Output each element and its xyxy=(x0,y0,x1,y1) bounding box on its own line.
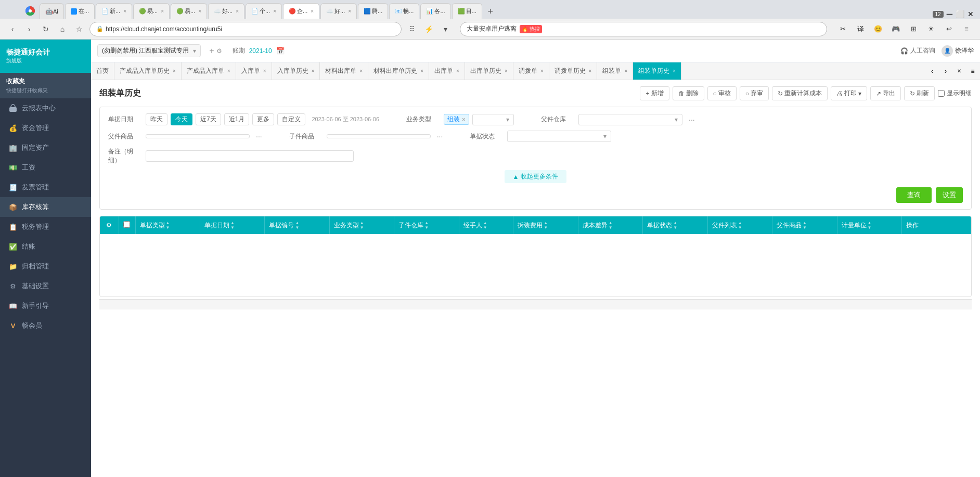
tab-nav-left-arrow[interactable]: ‹ xyxy=(926,65,938,78)
add-button[interactable]: + 新增 xyxy=(640,86,669,100)
show-detail-checkbox[interactable]: 显示明细 xyxy=(938,89,972,98)
maximize-icon[interactable]: ⬜ xyxy=(956,10,964,18)
tab-close-7[interactable]: × xyxy=(311,8,314,14)
nav-tab-production-in-history[interactable]: 产成品入库单历史 × xyxy=(114,62,182,80)
settings-query-button[interactable]: 设置 xyxy=(936,187,963,203)
date-btn-7days[interactable]: 近7天 xyxy=(196,113,221,125)
recalculate-button[interactable]: ↻ 重新计算成本 xyxy=(772,86,828,100)
nav-tab-production-in-close[interactable]: × xyxy=(227,68,230,74)
export-button[interactable]: ↗ 导出 xyxy=(870,86,901,100)
parent-product-more-icon[interactable]: ··· xyxy=(256,132,262,140)
company-select[interactable]: (勿删勿禁用) 江西服宝测试专用 ▾ xyxy=(97,44,201,57)
tab-close-6[interactable]: × xyxy=(273,8,276,14)
tab-close-8[interactable]: × xyxy=(348,8,351,14)
qr-icon[interactable]: ⠿ xyxy=(406,23,418,35)
add-button-header[interactable]: + xyxy=(209,46,214,56)
nav-tab-inbound-history-close[interactable]: × xyxy=(312,68,315,74)
tag-remove-icon[interactable]: × xyxy=(462,116,466,123)
translate-icon[interactable]: 译 xyxy=(853,22,868,36)
parent-warehouse-select[interactable]: ▾ xyxy=(578,114,682,125)
sidebar-item-capital[interactable]: 💰 资金管理 xyxy=(0,118,91,138)
th-child-warehouse[interactable]: 子件仓库 ▲▼ xyxy=(394,216,459,234)
close-window-icon[interactable]: ✕ xyxy=(968,10,974,18)
new-tab-button[interactable]: + xyxy=(483,4,498,19)
th-bill-status[interactable]: 单据状态 ▲▼ xyxy=(643,216,707,234)
browser-tab-8[interactable]: ☁️ 好... × xyxy=(320,3,357,19)
browser-tab-5[interactable]: ☁️ 好... × xyxy=(208,3,244,19)
query-button[interactable]: 查询 xyxy=(896,187,932,203)
browser-tab-9[interactable]: 🟦 腾... xyxy=(358,3,388,19)
tab-close-5[interactable]: × xyxy=(236,8,239,14)
collapse-button[interactable]: ▲ 收起更多条件 xyxy=(505,170,567,183)
nav-tab-outbound-history-close[interactable]: × xyxy=(505,68,508,74)
sidebar-item-member[interactable]: V 畅会员 xyxy=(0,316,91,336)
sidebar-item-archive[interactable]: 📁 归档管理 xyxy=(0,256,91,276)
back-button[interactable]: ‹ xyxy=(6,23,19,35)
browser-tab-ai[interactable]: 🤖 Ai xyxy=(40,3,64,19)
bookmark-button[interactable]: ☆ xyxy=(73,23,85,35)
th-checkbox[interactable] xyxy=(119,216,135,234)
sidebar-item-invoice[interactable]: 🧾 发票管理 xyxy=(0,177,91,197)
tab-close-4[interactable]: × xyxy=(198,8,201,14)
nav-tab-assembly-history[interactable]: 组装单历史 × xyxy=(633,62,681,80)
tab-nav-close-current[interactable]: ✕ xyxy=(953,65,965,78)
business-type-select[interactable]: ▾ xyxy=(472,114,514,125)
nav-tab-transfer-history[interactable]: 调拨单历史 × xyxy=(549,62,598,80)
service-button[interactable]: 🎧 人工咨询 xyxy=(900,46,935,55)
th-disassembly-fee[interactable]: 拆装费用 ▲▼ xyxy=(513,216,578,234)
sidebar-item-settlement[interactable]: ✅ 结账 xyxy=(0,237,91,256)
sidebar-item-inventory[interactable]: 📦 库存核算 xyxy=(0,197,91,217)
th-business-type[interactable]: 业务类型 ▲▼ xyxy=(329,216,394,234)
th-handler[interactable]: 经手人 ▲▼ xyxy=(459,216,513,234)
tab-close-3[interactable]: × xyxy=(161,8,164,14)
browser-tab-2[interactable]: 📄 新... × xyxy=(96,3,132,19)
calendar-icon[interactable]: 📅 xyxy=(276,47,285,55)
date-btn-today[interactable]: 今天 xyxy=(171,113,192,125)
tab-nav-right-arrow[interactable]: › xyxy=(939,65,952,78)
search-box[interactable]: 大量安卓用户逃离 🔥 热搜 xyxy=(460,22,827,36)
date-btn-yesterday[interactable]: 昨天 xyxy=(146,113,167,125)
dropdown-icon[interactable]: ▾ xyxy=(439,23,452,35)
nav-tab-material-out[interactable]: 材料出库单 × xyxy=(320,62,368,80)
th-settings[interactable]: ⚙ xyxy=(100,216,119,234)
sidebar-item-guide[interactable]: 📖 新手引导 xyxy=(0,296,91,316)
browser-tab-1[interactable]: 在... xyxy=(65,3,95,19)
date-btn-more[interactable]: 更多 xyxy=(252,113,274,125)
nav-tab-transfer[interactable]: 调拨单 × xyxy=(513,62,549,80)
select-all-checkbox[interactable] xyxy=(123,221,130,228)
date-btn-custom[interactable]: 自定义 xyxy=(277,113,305,125)
sun-icon[interactable]: ☀ xyxy=(924,22,938,36)
th-bill-type[interactable]: 单据类型 ▲▼ xyxy=(135,216,200,234)
bill-status-select[interactable]: ▾ xyxy=(507,131,611,142)
browser-tab-11[interactable]: 📊 各... xyxy=(420,3,450,19)
period-value[interactable]: 2021-10 xyxy=(249,47,272,55)
tab-nav-more[interactable]: ≡ xyxy=(966,65,979,78)
parent-product-input[interactable] xyxy=(146,134,250,138)
print-button[interactable]: 🖨 打印 ▾ xyxy=(831,86,867,100)
nav-tab-assembly[interactable]: 组装单 × xyxy=(597,62,633,80)
minimize-icon[interactable]: ─ xyxy=(947,9,952,19)
scroll-bar-area[interactable] xyxy=(99,299,972,310)
th-unit[interactable]: 计量单位 ▲▼ xyxy=(837,216,901,234)
child-product-more-icon[interactable]: ··· xyxy=(437,132,443,140)
nav-tab-home[interactable]: 首页 xyxy=(91,62,114,80)
nav-tab-material-out-close[interactable]: × xyxy=(359,68,363,74)
sidebar-item-fixed-assets[interactable]: 🏢 固定资产 xyxy=(0,138,91,158)
browser-tab-6[interactable]: 📄 个... × xyxy=(246,3,282,19)
undo-icon[interactable]: ↩ xyxy=(942,22,956,36)
browser-tab-3[interactable]: 🟢 易... × xyxy=(133,3,170,19)
th-bill-date[interactable]: 单据日期 ▲▼ xyxy=(200,216,264,234)
delete-button[interactable]: 🗑 删除 xyxy=(673,86,704,100)
sidebar-favorites[interactable]: 收藏夹 快捷键打开收藏夹 xyxy=(0,73,91,98)
nav-tab-transfer-history-close[interactable]: × xyxy=(589,68,592,74)
browser-tab-4[interactable]: 🟢 易... × xyxy=(171,3,207,19)
game-icon[interactable]: 🎮 xyxy=(888,22,903,36)
nav-tab-outbound-history[interactable]: 出库单历史 × xyxy=(465,62,513,80)
settings-header-icon[interactable]: ⚙ xyxy=(216,47,222,55)
sidebar-item-cloud-reports[interactable]: 云报表中心 xyxy=(0,98,91,118)
parent-warehouse-more-icon[interactable]: ··· xyxy=(689,115,695,124)
nav-tab-outbound-close[interactable]: × xyxy=(456,68,459,74)
sidebar-item-basic-settings[interactable]: ⚙ 基础设置 xyxy=(0,276,91,296)
nav-tab-transfer-close[interactable]: × xyxy=(540,68,544,74)
sidebar-item-tax[interactable]: 📋 税务管理 xyxy=(0,217,91,237)
